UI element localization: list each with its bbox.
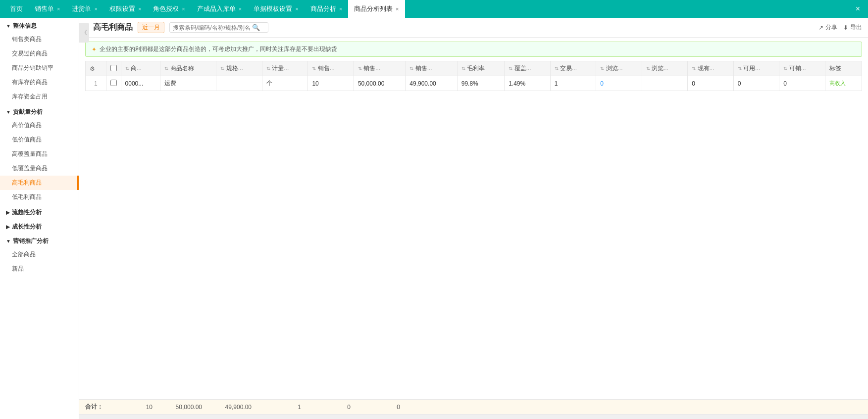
nav-role[interactable]: 角色授权 × — [147, 0, 191, 18]
cell-gross-margin: 99.8% — [457, 76, 504, 91]
close-role-tab[interactable]: × — [182, 6, 185, 12]
cell-available: 0 — [733, 76, 779, 91]
sidebar-item-distribution-rate[interactable]: 商品分销助销率 — [0, 61, 79, 75]
arrow-overall: ▼ — [6, 23, 11, 29]
sidebar-item-low-coverage[interactable]: 低覆盖量商品 — [0, 161, 79, 176]
sidebar-item-high-value[interactable]: 高价值商品 — [0, 118, 79, 133]
cell-browse2 — [642, 76, 688, 91]
browse1-link[interactable]: 0 — [600, 80, 604, 87]
cell-checkbox — [106, 76, 121, 91]
col-browse1: ⇅ 浏览... — [596, 61, 642, 76]
nav-template[interactable]: 单据模板设置 × — [248, 0, 304, 18]
arrow-flow: ▶ — [6, 210, 10, 215]
nav-purchase[interactable]: 进货单 × — [66, 0, 103, 18]
footer-sales-amount: 50,000.00 — [162, 404, 202, 411]
col-checkbox — [106, 61, 121, 76]
main-layout: ▼ 整体信息 销售类商品 交易过的商品 商品分销助销率 有库存的商品 库存资金占… — [0, 18, 868, 419]
sidebar-group-contribution[interactable]: ▼ 贡献量分析 — [0, 104, 79, 118]
nav-analysis-list[interactable]: 商品分析列表 × — [348, 0, 405, 18]
cell-unit: 个 — [262, 76, 308, 91]
nav-home[interactable]: 首页 — [4, 0, 29, 18]
cell-tag: 高收入 — [825, 76, 862, 91]
content-header: 高毛利商品 近一月 🔍 ↗ 分享 ⬇ 导出 — [79, 18, 868, 38]
close-analysis-list-tab[interactable]: × — [396, 6, 399, 12]
sidebar-collapse-btn[interactable]: 《 — [79, 23, 89, 43]
sidebar-item-new-goods[interactable]: 新品 — [0, 262, 79, 276]
cell-sales-net: 49,900.00 — [406, 76, 457, 91]
sidebar-item-in-stock[interactable]: 有库存的商品 — [0, 75, 79, 90]
nav-sales[interactable]: 销售单 × — [29, 0, 66, 18]
sidebar-item-stock-capital[interactable]: 库存资金占用 — [0, 90, 79, 104]
col-available: ⇅ 可用... — [733, 61, 779, 76]
nav-product-stock[interactable]: 产成品入库单 × — [191, 0, 248, 18]
table-row: 1 0000... 运费 — [86, 76, 862, 91]
cell-current-stock: 0 — [688, 76, 734, 91]
col-tag: 标签 — [825, 61, 862, 76]
notice-icon: ✦ — [92, 46, 97, 53]
export-icon: ⬇ — [843, 24, 848, 31]
col-sales-amount: ⇅ 销售... — [354, 61, 405, 76]
close-analysis-tab[interactable]: × — [339, 6, 342, 12]
sidebar-group-growth[interactable]: ▶ 成长性分析 — [0, 219, 79, 233]
sidebar-item-low-margin[interactable]: 低毛利商品 — [0, 190, 79, 204]
row-checkbox[interactable] — [110, 80, 117, 86]
sidebar-item-all-goods[interactable]: 全部商品 — [0, 247, 79, 262]
footer-saleable: 0 — [360, 404, 400, 411]
close-template-tab[interactable]: × — [295, 6, 298, 12]
bottom-scrollbar[interactable] — [79, 414, 868, 419]
sidebar-group-overall[interactable]: ▼ 整体信息 — [0, 18, 79, 32]
share-btn[interactable]: ↗ 分享 — [818, 23, 837, 32]
cell-code: 0000... — [121, 76, 160, 91]
sidebar-group-flow[interactable]: ▶ 流趋性分析 — [0, 204, 79, 219]
export-btn[interactable]: ⬇ 导出 — [843, 23, 862, 32]
close-product-stock-tab[interactable]: × — [239, 6, 242, 12]
header-actions: ↗ 分享 ⬇ 导出 — [818, 23, 862, 32]
col-unit: ⇅ 计量... — [262, 61, 308, 76]
sidebar-item-high-margin[interactable]: 高毛利商品 — [0, 176, 79, 190]
col-saleable: ⇅ 可销... — [779, 61, 825, 76]
cell-sales-qty: 10 — [308, 76, 354, 91]
close-window-btn[interactable]: × — [852, 4, 864, 13]
sidebar-group-marketing[interactable]: ▼ 营销推广分析 — [0, 233, 79, 247]
page-title: 高毛利商品 — [93, 22, 133, 33]
sidebar: ▼ 整体信息 销售类商品 交易过的商品 商品分销助销率 有库存的商品 库存资金占… — [0, 18, 79, 419]
sidebar-item-traded-goods[interactable]: 交易过的商品 — [0, 47, 79, 61]
sidebar-item-high-coverage[interactable]: 高覆盖量商品 — [0, 147, 79, 161]
settings-icon[interactable]: ⚙ — [90, 65, 95, 72]
col-browse2: ⇅ 浏览... — [642, 61, 688, 76]
col-spec: ⇅ 规格... — [216, 61, 262, 76]
cell-sales-amount: 50,000.00 — [354, 76, 405, 91]
arrow-contribution: ▼ — [6, 109, 11, 115]
sidebar-item-sales-goods[interactable]: 销售类商品 — [0, 32, 79, 47]
nav-analysis[interactable]: 商品分析 × — [305, 0, 348, 18]
col-sales-net: ⇅ 销售... — [406, 61, 457, 76]
nav-permission[interactable]: 权限设置 × — [103, 0, 147, 18]
search-input[interactable] — [173, 24, 252, 31]
filter-recent-month-btn[interactable]: 近一月 — [138, 22, 164, 33]
footer-current-stock: 0 — [311, 404, 351, 411]
table-header-row: ⚙ ⇅ 商... ⇅ 商品名称 — [86, 61, 862, 76]
col-current-stock: ⇅ 现有... — [688, 61, 734, 76]
select-all-checkbox[interactable] — [110, 65, 117, 71]
cell-transaction: 1 — [550, 76, 596, 91]
col-name: ⇅ 商品名称 — [160, 61, 216, 76]
footer-sales-qty: 10 — [113, 404, 153, 411]
arrow-growth: ▶ — [6, 224, 10, 230]
col-coverage: ⇅ 覆盖... — [505, 61, 551, 76]
search-icon[interactable]: 🔍 — [252, 24, 260, 31]
content-area: 《 高毛利商品 近一月 🔍 ↗ 分享 ⬇ 导出 ✦ 企 — [79, 18, 868, 419]
cell-coverage: 1.49% — [505, 76, 551, 91]
footer-bar: 合计： 10 50,000.00 49,900.00 1 0 0 — [79, 399, 868, 414]
col-gross-margin: ⇅ 毛利率 — [457, 61, 504, 76]
close-permission-tab[interactable]: × — [138, 6, 141, 12]
col-index: ⚙ — [86, 61, 106, 76]
notice-bar: ✦ 企业的主要的利润都是这部分商品创造的，可考虑加大推广，同时关注库存是不要出现… — [85, 42, 862, 57]
cell-index: 1 — [86, 76, 106, 91]
data-table: ⚙ ⇅ 商... ⇅ 商品名称 — [85, 61, 862, 91]
cell-name: 运费 — [160, 76, 216, 91]
close-purchase-tab[interactable]: × — [94, 6, 97, 12]
sidebar-item-low-value[interactable]: 低价值商品 — [0, 133, 79, 147]
col-transaction: ⇅ 交易... — [550, 61, 596, 76]
table-container: ⚙ ⇅ 商... ⇅ 商品名称 — [79, 61, 868, 399]
close-sales-tab[interactable]: × — [57, 6, 60, 12]
